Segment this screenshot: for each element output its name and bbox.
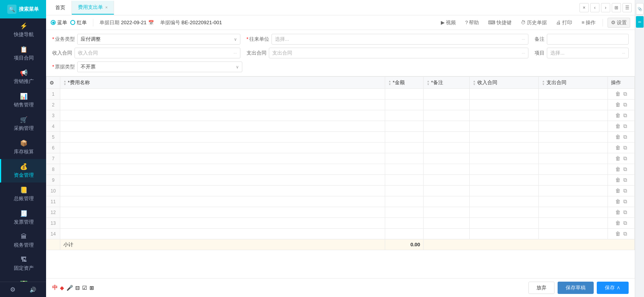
row-copy-btn-5[interactable]: ⧉ xyxy=(622,133,628,141)
row-income-contract-1[interactable] xyxy=(470,89,539,100)
row-delete-btn-4[interactable]: 🗑 xyxy=(614,122,621,130)
row-amount-12[interactable] xyxy=(385,207,424,218)
row-income-contract-2[interactable] xyxy=(470,100,539,110)
sidebar-item-payroll[interactable]: 💵工资 xyxy=(0,275,46,282)
sidebar-item-quick-nav[interactable]: ⚡快捷导航 xyxy=(0,18,46,42)
row-delete-btn-9[interactable]: 🗑 xyxy=(614,176,621,184)
red-bill-radio[interactable]: 红单 xyxy=(70,19,87,26)
sidebar-item-marketing[interactable]: 📢营销推广 xyxy=(0,65,46,89)
row-expense-contract-3[interactable] xyxy=(539,110,608,121)
row-expense-contract-7[interactable] xyxy=(539,153,608,164)
row-delete-btn-3[interactable]: 🗑 xyxy=(614,111,621,119)
row-amount-1[interactable] xyxy=(385,89,424,100)
shortcut-btn[interactable]: ⌨ 快捷键 xyxy=(486,18,514,27)
row-amount-7[interactable] xyxy=(385,153,424,164)
row-remark-2[interactable] xyxy=(424,100,470,110)
row-amount-10[interactable] xyxy=(385,186,424,196)
row-amount-4[interactable] xyxy=(385,121,424,132)
row-expense-contract-1[interactable] xyxy=(539,89,608,100)
row-expense-contract-5[interactable] xyxy=(539,132,608,143)
row-expense-name-8[interactable] xyxy=(60,164,385,175)
row-delete-btn-11[interactable]: 🗑 xyxy=(614,197,621,205)
row-expense-contract-11[interactable] xyxy=(539,196,608,207)
blue-bill-radio[interactable]: 蓝单 xyxy=(51,19,67,26)
row-remark-5[interactable] xyxy=(424,132,470,143)
row-copy-btn-10[interactable]: ⧉ xyxy=(622,187,628,195)
row-income-contract-4[interactable] xyxy=(470,121,539,132)
row-delete-btn-1[interactable]: 🗑 xyxy=(614,90,621,98)
row-remark-4[interactable] xyxy=(424,121,470,132)
sidebar-item-fixed-assets[interactable]: 🏗固定资产 xyxy=(0,252,46,275)
row-income-contract-9[interactable] xyxy=(470,175,539,186)
row-expense-name-2[interactable] xyxy=(60,100,385,110)
next-tab-btn[interactable]: › xyxy=(601,3,610,12)
row-remark-13[interactable] xyxy=(424,218,470,229)
row-expense-name-6[interactable] xyxy=(60,143,385,153)
col-expense-name[interactable]: ▲▼ *费用名称 xyxy=(60,77,385,89)
save-draft-button[interactable]: 保存草稿 xyxy=(558,282,594,294)
right-action-main[interactable]: ✏ xyxy=(636,16,644,28)
row-remark-3[interactable] xyxy=(424,110,470,121)
row-expense-name-9[interactable] xyxy=(60,175,385,186)
row-copy-btn-8[interactable]: ⧉ xyxy=(622,165,628,173)
row-delete-btn-12[interactable]: 🗑 xyxy=(614,208,621,216)
number-value[interactable]: BE-20220921-001 xyxy=(182,20,222,25)
row-amount-2[interactable] xyxy=(385,100,424,110)
row-expense-name-12[interactable] xyxy=(60,207,385,218)
row-delete-btn-13[interactable]: 🗑 xyxy=(614,219,621,227)
row-expense-contract-9[interactable] xyxy=(539,175,608,186)
row-copy-btn-14[interactable]: ⧉ xyxy=(622,230,628,238)
sidebar-item-inventory[interactable]: 📦库存核算 xyxy=(0,136,46,159)
row-remark-14[interactable] xyxy=(424,229,470,239)
ops-btn[interactable]: ≡ 操作 xyxy=(579,18,598,27)
sidebar-item-sales-mgmt[interactable]: 📊销售管理 xyxy=(0,89,46,112)
grid-view-btn[interactable]: ⊞ xyxy=(612,3,621,12)
list-view-btn[interactable]: ☰ xyxy=(622,3,632,12)
row-remark-10[interactable] xyxy=(424,186,470,196)
row-copy-btn-9[interactable]: ⧉ xyxy=(622,176,628,184)
print-btn[interactable]: 🖨 打印 xyxy=(554,18,574,27)
row-delete-btn-8[interactable]: 🗑 xyxy=(614,165,621,173)
row-remark-11[interactable] xyxy=(424,196,470,207)
row-expense-name-7[interactable] xyxy=(60,153,385,164)
calendar-icon[interactable]: 📅 xyxy=(148,20,154,25)
row-expense-contract-8[interactable] xyxy=(539,164,608,175)
row-copy-btn-2[interactable]: ⧉ xyxy=(622,101,628,109)
row-copy-btn-7[interactable]: ⧉ xyxy=(622,154,628,163)
row-income-contract-13[interactable] xyxy=(470,218,539,229)
row-amount-9[interactable] xyxy=(385,175,424,186)
col-settings[interactable]: ⚙ xyxy=(46,77,60,89)
row-amount-11[interactable] xyxy=(385,196,424,207)
row-delete-btn-5[interactable]: 🗑 xyxy=(614,133,621,141)
col-amount[interactable]: ▲▼ *金额 xyxy=(385,77,424,89)
sidebar-item-ledger[interactable]: 📒总账管理 xyxy=(0,183,46,206)
row-remark-12[interactable] xyxy=(424,207,470,218)
prev-tab-btn[interactable]: ‹ xyxy=(590,3,599,12)
settings-icon[interactable]: ⚙ xyxy=(10,286,15,293)
sidebar-item-tax[interactable]: 🏛税务管理 xyxy=(0,229,46,252)
row-remark-8[interactable] xyxy=(424,164,470,175)
row-expense-contract-14[interactable] xyxy=(539,229,608,239)
partner-input[interactable]: 选择... ··· xyxy=(272,34,528,45)
row-income-contract-14[interactable] xyxy=(470,229,539,239)
sidebar-item-project-contract[interactable]: 📋项目合同 xyxy=(0,42,46,65)
row-copy-btn-6[interactable]: ⧉ xyxy=(622,144,628,152)
expense-contract-input[interactable]: 支出合同 ··· xyxy=(269,48,529,58)
sidebar-item-capital-mgmt[interactable]: 💰资金管理 xyxy=(0,159,46,183)
row-expense-contract-2[interactable] xyxy=(539,100,608,110)
history-btn[interactable]: ⏱ 历史单据 xyxy=(518,18,549,27)
row-income-contract-8[interactable] xyxy=(470,164,539,175)
row-income-contract-6[interactable] xyxy=(470,143,539,153)
volume-icon[interactable]: 🔊 xyxy=(30,287,36,293)
row-expense-name-3[interactable] xyxy=(60,110,385,121)
row-delete-btn-14[interactable]: 🗑 xyxy=(614,230,621,237)
row-expense-contract-12[interactable] xyxy=(539,207,608,218)
row-copy-btn-4[interactable]: ⧉ xyxy=(622,122,628,130)
row-income-contract-7[interactable] xyxy=(470,153,539,164)
row-amount-3[interactable] xyxy=(385,110,424,121)
remark-input[interactable] xyxy=(547,34,629,45)
row-expense-name-11[interactable] xyxy=(60,196,385,207)
col-remark[interactable]: ▲▼ *备注 xyxy=(424,77,470,89)
row-expense-name-10[interactable] xyxy=(60,186,385,196)
row-copy-btn-13[interactable]: ⧉ xyxy=(622,219,628,227)
